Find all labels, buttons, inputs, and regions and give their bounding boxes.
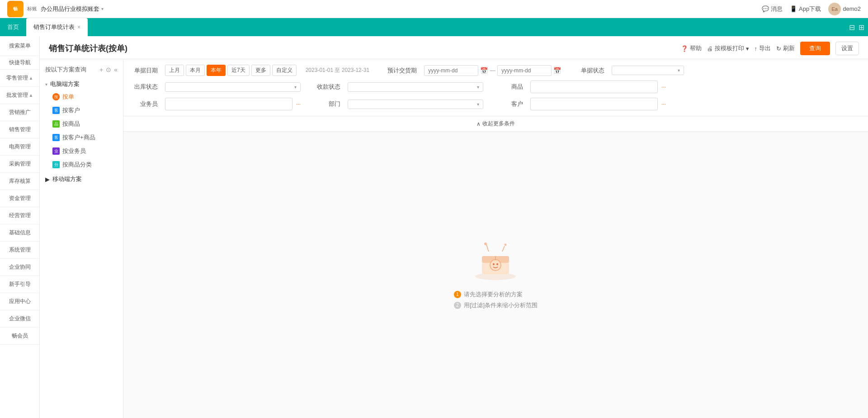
- receipt-status-select[interactable]: ▾: [348, 82, 483, 92]
- tab-close-icon[interactable]: ×: [77, 24, 80, 30]
- app-download-label: App下载: [799, 5, 821, 13]
- department-arrow: ▾: [477, 102, 479, 107]
- add-scheme-icon[interactable]: +: [99, 66, 103, 73]
- date-custom[interactable]: 自定义: [272, 65, 297, 76]
- sidebar-item-sales[interactable]: 销售管理: [0, 121, 39, 138]
- sidebar-item-marketing[interactable]: 营销推广: [0, 104, 39, 121]
- sidebar-retail-arrow: ▲: [29, 76, 33, 81]
- cal-icon-start[interactable]: 📅: [480, 67, 488, 74]
- tab-home[interactable]: 首页: [0, 18, 26, 36]
- out-status-label: 出库状态: [132, 83, 158, 91]
- product-label: 商品: [498, 83, 523, 91]
- sidebar-sales-label: 销售管理: [9, 126, 31, 133]
- help-button[interactable]: ❓ 帮助: [681, 44, 702, 52]
- user-menu[interactable]: Ea demo2: [828, 3, 861, 15]
- sidebar-item-inventory[interactable]: 库存核算: [0, 173, 39, 190]
- order-status-select[interactable]: ▾: [612, 66, 684, 75]
- delivery-date-end[interactable]: [497, 65, 552, 76]
- svg-point-10: [505, 243, 507, 246]
- pc-scheme-group: ▾ 电脑端方案 按 按单 客 按客户 品 按商品: [40, 78, 123, 171]
- sidebar-item-operations[interactable]: 经营管理: [0, 207, 39, 224]
- template-print-button[interactable]: 🖨 按模板打印 ▾: [707, 44, 749, 52]
- help-label: 帮助: [690, 44, 702, 52]
- scheme-by-product[interactable]: 品 按商品: [40, 117, 123, 131]
- settings-button[interactable]: 设置: [835, 42, 859, 55]
- mobile-group-title[interactable]: ▶ 移动端方案: [40, 173, 123, 185]
- settings-scheme-icon[interactable]: ⊙: [106, 66, 111, 73]
- sidebar-wechat-label: 企业微信: [9, 315, 31, 323]
- refresh-button[interactable]: ↻ 刷新: [776, 44, 795, 52]
- out-status-select[interactable]: ▾: [165, 82, 301, 92]
- page-title: 销售订单统计表(按单): [49, 43, 127, 54]
- sidebar-retail-label: 零售管理: [6, 74, 28, 82]
- sidebar-item-purchase[interactable]: 采购管理: [0, 156, 39, 173]
- receipt-status-arrow: ▾: [477, 85, 479, 90]
- sidebar-item-enterprise[interactable]: 企业协同: [0, 259, 39, 276]
- delivery-date-start[interactable]: [424, 65, 478, 76]
- content-area: 销售订单统计表(按单) ❓ 帮助 🖨 按模板打印 ▾ ↑ 导出 ↻ 刷新: [40, 36, 868, 418]
- customer-label: 客户: [498, 100, 523, 108]
- mobile-scheme-group: ▶ 移动端方案: [40, 173, 123, 185]
- scheme-by-customer[interactable]: 客 按客户: [40, 104, 123, 117]
- tab-home-label: 首页: [7, 23, 19, 31]
- scheme-by-category[interactable]: 分 按商品分类: [40, 158, 123, 171]
- scheme-by-product-icon: 品: [52, 120, 60, 128]
- sidebar-wholesale-label: 批发管理: [6, 91, 28, 99]
- scheme-by-order-icon: 按: [52, 93, 60, 100]
- scheme-by-sp-icon: 业: [52, 147, 60, 155]
- sidebar-item-member[interactable]: 畅会员: [0, 328, 39, 345]
- salesperson-ellipsis[interactable]: ···: [296, 101, 301, 107]
- tab-expand-icon[interactable]: ⊞: [859, 23, 864, 32]
- collapse-button[interactable]: ∧ 收起更多条件: [476, 120, 515, 128]
- filter-actions: ∧ 收起更多条件: [123, 116, 868, 132]
- date-last-month[interactable]: 上月: [165, 65, 184, 76]
- sidebar-item-retail[interactable]: 零售管理 ▲: [0, 70, 39, 87]
- workspace-selector[interactable]: 办公用品行业模拟账套 ▾: [41, 5, 104, 13]
- avatar-text: Ea: [832, 6, 838, 12]
- sidebar-item-newbie[interactable]: 新手引导: [0, 276, 39, 293]
- sidebar-ecommerce-label: 电商管理: [9, 143, 31, 151]
- sidebar-item-finance[interactable]: 资金管理: [0, 190, 39, 207]
- tab-sales-label: 销售订单统计表: [33, 23, 75, 31]
- template-print-label: 按模板打印: [715, 44, 744, 52]
- tip2-text: 用[过滤]条件来缩小分析范围: [464, 301, 538, 309]
- cal-icon-end[interactable]: 📅: [553, 67, 561, 74]
- message-button[interactable]: 💬 消息: [762, 5, 783, 13]
- app-download-button[interactable]: 📱 App下载: [790, 5, 821, 13]
- sidebar-wholesale-arrow: ▲: [29, 93, 33, 98]
- export-icon: ↑: [755, 45, 758, 52]
- department-select[interactable]: ▾: [348, 100, 483, 109]
- sidebar-operations-label: 经营管理: [9, 212, 31, 219]
- sidebar-item-system[interactable]: 系统管理: [0, 242, 39, 259]
- date-buttons-control: 上月 本月 本年 近7天 更多 自定义: [165, 65, 297, 76]
- sidebar-item-appcenter[interactable]: 应用中心: [0, 293, 39, 310]
- search-menu-button[interactable]: 搜索菜单: [4, 40, 36, 52]
- svg-point-4: [490, 260, 501, 271]
- scheme-by-salesperson[interactable]: 业 按业务员: [40, 144, 123, 158]
- tab-sales-order-stats[interactable]: 销售订单统计表 ×: [26, 18, 88, 36]
- sidebar-newbie-label: 新手引导: [9, 280, 31, 288]
- sidebar-item-ecommerce[interactable]: 电商管理: [0, 138, 39, 156]
- export-button[interactable]: ↑ 导出: [755, 44, 771, 52]
- date-last-7days[interactable]: 近7天: [227, 65, 250, 76]
- sidebar-item-wechat[interactable]: 企业微信: [0, 310, 39, 328]
- refresh-label: 刷新: [783, 44, 795, 52]
- date-this-month[interactable]: 本月: [186, 65, 205, 76]
- query-button[interactable]: 查询: [800, 42, 830, 55]
- center-content: 单据日期 上月 本月 本年 近7天 更多 自定义 2023-01-01 至 20…: [123, 59, 868, 418]
- quick-nav-button[interactable]: 快捷导航: [0, 56, 39, 70]
- collapse-panel-icon[interactable]: «: [114, 66, 118, 73]
- tab-window-icon[interactable]: ⊟: [849, 23, 855, 32]
- page-actions: ❓ 帮助 🖨 按模板打印 ▾ ↑ 导出 ↻ 刷新 查询 设置: [681, 42, 859, 55]
- customer-ellipsis[interactable]: ···: [661, 101, 666, 107]
- date-this-year[interactable]: 本年: [207, 65, 226, 76]
- scheme-by-customer-product[interactable]: 客 按客户+商品: [40, 131, 123, 144]
- sidebar-item-wholesale[interactable]: 批发管理 ▲: [0, 87, 39, 104]
- date-more[interactable]: 更多: [251, 65, 270, 76]
- scheme-by-order[interactable]: 按 按单: [40, 90, 123, 104]
- product-ellipsis[interactable]: ···: [661, 84, 666, 90]
- brand-subtitle: 标账: [27, 5, 37, 12]
- sidebar-item-basics[interactable]: 基础信息: [0, 224, 39, 242]
- avatar: Ea: [828, 3, 841, 15]
- pc-scheme-group-title[interactable]: ▾ 电脑端方案: [40, 78, 123, 90]
